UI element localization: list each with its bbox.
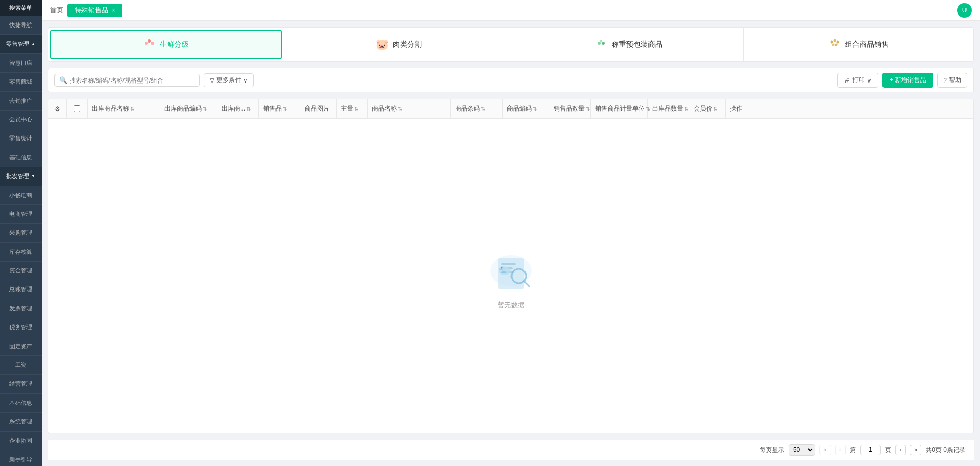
table-header: ⚙ 出库商品名称 ⇅ 出库商品编码 ⇅ 出库商... ⇅ 销售品 <box>48 99 973 119</box>
sort-icon[interactable]: ⇅ <box>586 106 590 112</box>
sidebar-item-ops-mgmt[interactable]: 经营管理 <box>0 375 42 393</box>
sidebar-item-tax-mgmt[interactable]: 税务管理 <box>0 318 42 337</box>
sort-icon[interactable]: ⇅ <box>713 106 717 112</box>
th-out-product-name: 出库商品名称 ⇅ <box>88 99 160 118</box>
sidebar-item-mini-app[interactable]: 小畅电商 <box>0 186 42 205</box>
sidebar-item-member-center[interactable]: 会员中心 <box>0 111 42 129</box>
sidebar-item-wholesale-mgmt[interactable]: 批发管理 ▼ <box>0 167 42 186</box>
breadcrumb-home[interactable]: 首页 <box>50 6 63 15</box>
sidebar-item-basic-info2[interactable]: 基础信息 <box>0 394 42 413</box>
svg-point-2 <box>151 42 154 45</box>
top-bar: 首页 特殊销售品 × U <box>42 0 980 21</box>
sidebar-item-fixed-assets[interactable]: 固定资产 <box>0 337 42 356</box>
category-tabs: 生鲜分级 🐷 肉类分割 称重预包装商品 <box>48 27 974 62</box>
sort-icon[interactable]: ⇅ <box>398 106 402 112</box>
sidebar-item-new-guide[interactable]: 新手引导 <box>0 450 42 466</box>
empty-text: 暂无数据 <box>498 300 524 310</box>
svg-point-21 <box>499 268 503 270</box>
sidebar-item-retail-stats[interactable]: 零售统计 <box>0 129 42 148</box>
sidebar-item-retail-mall[interactable]: 零售商城 <box>0 73 42 91</box>
fresh-grading-icon <box>143 38 156 51</box>
sidebar-item-company-agreement[interactable]: 企业协同 <box>0 432 42 450</box>
sidebar-item-general-ledger[interactable]: 总账管理 <box>0 280 42 299</box>
sidebar-item-invoice-mgmt[interactable]: 发票管理 <box>0 299 42 318</box>
svg-point-9 <box>832 44 834 46</box>
plant-icon <box>595 38 608 51</box>
sidebar-item-salary[interactable]: 工资 <box>0 356 42 375</box>
sidebar-item-quick-nav[interactable]: 快捷导航 <box>0 16 42 35</box>
sidebar-item-capital-mgmt[interactable]: 资金管理 <box>0 262 42 280</box>
table-container: ⚙ 出库商品名称 ⇅ 出库商品编码 ⇅ 出库商... ⇅ 销售品 <box>48 99 974 433</box>
sidebar-item-sys-mgmt[interactable]: 系统管理 <box>0 413 42 431</box>
print-button[interactable]: 🖨 打印 ∨ <box>837 73 878 88</box>
sort-icon[interactable]: ⇅ <box>203 106 207 112</box>
svg-point-3 <box>598 42 601 45</box>
sort-icon[interactable]: ⇅ <box>481 106 485 112</box>
th-action: 操作 <box>726 99 973 118</box>
svg-point-17 <box>514 271 524 281</box>
prev-page-button[interactable]: ‹ <box>835 445 846 455</box>
filter-label: 更多条件 <box>216 76 241 85</box>
th-settings[interactable]: ⚙ <box>48 99 67 118</box>
empty-state: 暂无数据 <box>48 119 973 433</box>
filter-button[interactable]: ▽ 更多条件 ∨ <box>204 73 254 87</box>
tab-fresh-grading[interactable]: 生鲜分级 <box>50 30 282 59</box>
th-out-product-spec: 出库商... ⇅ <box>217 99 259 118</box>
page-input[interactable]: 1 <box>860 445 881 455</box>
th-sales-product: 销售品 ⇅ <box>259 99 300 118</box>
tab-weigh-pack-label: 称重预包装商品 <box>612 40 662 49</box>
sort-icon[interactable]: ⇅ <box>246 106 251 112</box>
total-label: 共0页 0条记录 <box>926 446 965 455</box>
help-icon: ? <box>943 77 947 84</box>
last-page-button[interactable]: » <box>910 445 922 455</box>
sort-icon[interactable]: ⇅ <box>130 106 134 112</box>
tab-combo-sales[interactable]: 组合商品销售 <box>744 28 973 61</box>
sidebar-item-retail-mgmt[interactable]: 零售管理 ▲ <box>0 35 42 53</box>
sidebar-item-basic-info[interactable]: 基础信息 <box>0 148 42 167</box>
sidebar: 搜索菜单 快捷导航 零售管理 ▲ 智慧门店 零售商城 营销推广 会员中心 零售统… <box>0 0 42 466</box>
sidebar-item-ecommerce-mgmt[interactable]: 电商管理 <box>0 205 42 224</box>
chevron-down-icon: ∨ <box>867 77 872 84</box>
next-page-button[interactable]: › <box>895 445 906 455</box>
th-weight: 主量 ⇅ <box>337 99 368 118</box>
sort-icon[interactable]: ⇅ <box>354 106 358 112</box>
add-button[interactable]: + 新增销售品 <box>882 73 933 88</box>
pagination: 每页显示 50 10 20 100 « ‹ 第 1 页 › » 共0页 0条记录 <box>48 440 974 460</box>
search-box[interactable]: 🔍 <box>54 74 200 87</box>
avatar: U <box>957 3 972 18</box>
toolbar-right: 🖨 打印 ∨ + 新增销售品 ? 帮助 <box>837 73 967 88</box>
svg-line-18 <box>524 281 529 286</box>
active-tab[interactable]: 特殊销售品 × <box>67 4 122 17</box>
th-sales-qty: 销售品数量 ⇅ <box>549 99 591 118</box>
select-all-checkbox[interactable] <box>74 105 80 112</box>
sidebar-logo[interactable]: 搜索菜单 <box>0 0 42 16</box>
th-product-barcode: 商品条码 ⇅ <box>451 99 503 118</box>
sidebar-item-sales-promo[interactable]: 营销推广 <box>0 92 42 111</box>
chevron-down-icon: ▼ <box>31 173 35 179</box>
svg-point-0 <box>145 42 148 45</box>
close-icon[interactable]: × <box>112 7 115 14</box>
tab-weigh-pack[interactable]: 称重预包装商品 <box>514 28 744 61</box>
page-label: 第 <box>850 446 856 455</box>
tab-meat-cutting[interactable]: 🐷 肉类分割 <box>284 28 514 61</box>
printer-icon: 🖨 <box>844 77 850 84</box>
search-input[interactable] <box>70 77 194 84</box>
sort-icon[interactable]: ⇅ <box>684 106 688 112</box>
sidebar-item-purchase-mgmt[interactable]: 采购管理 <box>0 224 42 242</box>
sidebar-item-inventory[interactable]: 库存核算 <box>0 243 42 262</box>
th-out-product-code: 出库商品编码 ⇅ <box>160 99 217 118</box>
page-content: 生鲜分级 🐷 肉类分割 称重预包装商品 <box>42 21 980 466</box>
th-member-price: 会员价 ⇅ <box>689 99 726 118</box>
th-product-code: 商品编码 ⇅ <box>503 99 549 118</box>
th-product-image: 商品图片 <box>300 99 337 118</box>
sort-icon[interactable]: ⇅ <box>283 106 287 112</box>
th-checkbox[interactable] <box>67 99 88 118</box>
per-page-select[interactable]: 50 10 20 100 <box>789 444 815 456</box>
sidebar-item-smart-store[interactable]: 智慧门店 <box>0 54 42 73</box>
svg-point-8 <box>836 41 839 44</box>
help-label: 帮助 <box>949 76 961 85</box>
sort-icon[interactable]: ⇅ <box>533 106 537 112</box>
first-page-button[interactable]: « <box>819 445 831 455</box>
tab-fresh-grading-label: 生鲜分级 <box>160 40 189 49</box>
help-button[interactable]: ? 帮助 <box>937 73 967 88</box>
